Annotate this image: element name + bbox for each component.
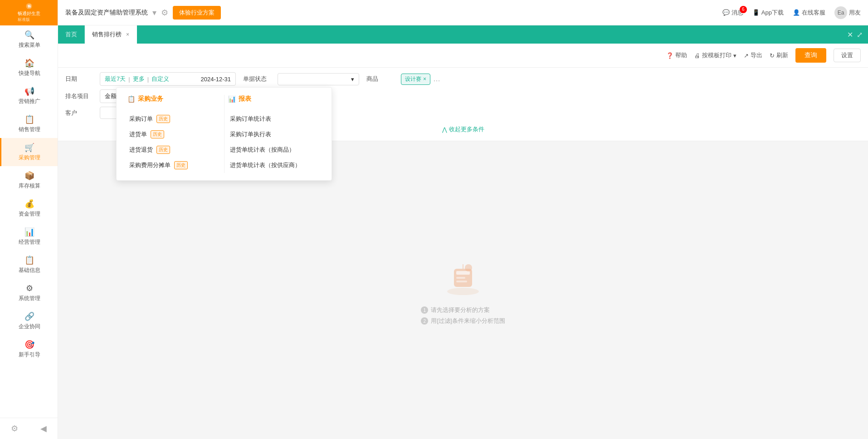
dropdown-item-stock-return[interactable]: 进货退货 历史	[127, 142, 220, 158]
collapse-up-icon: ⋀	[442, 126, 447, 133]
purchase-order-label: 采购订单	[129, 115, 153, 123]
industry-button[interactable]: 体验行业方案	[173, 6, 221, 20]
svg-point-2	[447, 288, 479, 295]
stock-return-label: 进货退货	[129, 146, 153, 154]
print-icon: 🖨	[694, 52, 700, 59]
tab-maximize-button[interactable]: ⤢	[857, 30, 863, 39]
header: 装备及固定资产辅助管理系统 ▾ ⚙ 体验行业方案 💬 消息 6 📱 App下载 …	[58, 0, 868, 25]
dropdown-col-purchase-title: 📋 采购业务	[127, 95, 220, 106]
tab-bar: 首页 销售排行榜 × ✕ ⤢	[58, 25, 868, 44]
rank-filter-label: 排名项目	[65, 92, 93, 100]
help-button[interactable]: ❓ 帮助	[666, 51, 687, 59]
sidebar-item-label: 搜索菜单	[19, 41, 40, 49]
service-icon: 👤	[793, 9, 800, 16]
sidebar-item-inventory[interactable]: 📦 库存核算	[0, 166, 58, 194]
sidebar-item-label: 新手引导	[19, 351, 40, 359]
enterprise-icon: 🔗	[24, 311, 34, 321]
basic-info-icon: 📋	[24, 255, 34, 265]
sidebar-item-guide[interactable]: 🎯 新手引导	[0, 335, 58, 363]
status-filter-label: 单据状态	[243, 75, 270, 83]
sidebar-item-search[interactable]: 🔍 搜索菜单	[0, 25, 58, 54]
empty-illustration	[440, 255, 486, 301]
header-dropdown-button[interactable]: ▾	[152, 8, 156, 18]
header-settings-button[interactable]: ⚙	[161, 8, 168, 18]
sidebar-item-sales[interactable]: 📋 销售管理	[0, 110, 58, 138]
date-filter-input[interactable]: 最近7天 | 更多 | 自定义 2024-12-31	[100, 72, 236, 86]
dropdown-item-stock-in[interactable]: 进货单 历史	[127, 127, 220, 142]
settings-button[interactable]: 设置	[834, 49, 861, 62]
message-icon: 💬	[722, 9, 730, 16]
purchase-order-exec-label: 采购订单执行表	[230, 130, 271, 138]
product-filter-more[interactable]: …	[433, 75, 440, 83]
sidebar-logo: 畅 畅通好生意 标准版	[0, 0, 58, 25]
app-download-button[interactable]: 📱 App下载	[752, 9, 784, 17]
search-icon: 🔍	[24, 30, 34, 40]
sidebar-item-label: 基础信息	[19, 266, 40, 274]
sidebar-item-operations[interactable]: 📊 经营管理	[0, 222, 58, 251]
sidebar-item-label: 资金管理	[19, 210, 40, 218]
tab-close-all-button[interactable]: ✕	[847, 30, 853, 39]
sidebar-item-enterprise[interactable]: 🔗 企业协同	[0, 307, 58, 335]
print-button[interactable]: 🖨 按模板打印 ▾	[694, 51, 736, 59]
empty-tip-2: 2 用[过滤]条件来缩小分析范围	[421, 317, 505, 325]
sidebar-item-basic-info[interactable]: 📋 基础信息	[0, 251, 58, 279]
tab-home-label: 首页	[65, 30, 77, 39]
sidebar-item-label: 经营管理	[19, 238, 40, 246]
status-filter-select[interactable]: ▾	[278, 73, 359, 85]
dropdown-col-reports-title: 📊 报表	[228, 95, 321, 106]
purchase-order-history-badge[interactable]: 历史	[156, 115, 170, 123]
dropdown-item-stock-stats-product[interactable]: 进货单统计表（按商品）	[228, 142, 321, 158]
product-tag: 设计赛 ×	[401, 74, 430, 85]
refresh-button[interactable]: ↻ 刷新	[770, 51, 788, 59]
online-service-button[interactable]: 👤 在线客服	[793, 9, 825, 17]
tab-home[interactable]: 首页	[58, 25, 85, 44]
sidebar-item-label: 快捷导航	[19, 69, 40, 77]
svg-rect-5	[456, 277, 465, 279]
download-icon: 📱	[752, 9, 760, 16]
product-filter: 设计赛 × …	[401, 74, 440, 85]
tab-close-button[interactable]: ×	[126, 31, 129, 38]
empty-state: 1 请先选择要分析的方案 2 用[过滤]条件来缩小分析范围	[58, 141, 868, 439]
sidebar-item-finance[interactable]: 💰 资金管理	[0, 194, 58, 222]
sidebar-item-system[interactable]: ⚙ 系统管理	[0, 279, 58, 307]
sidebar-settings-button[interactable]: ⚙	[11, 424, 18, 434]
print-label: 按模板打印	[702, 51, 731, 59]
finance-icon: 💰	[24, 199, 34, 209]
empty-tip-1: 1 请先选择要分析的方案	[421, 306, 505, 314]
dropdown-item-purchase-expense[interactable]: 采购费用分摊单 历史	[127, 158, 220, 173]
dropdown-item-purchase-order[interactable]: 采购订单 历史	[127, 111, 220, 127]
content-area: ❓ 帮助 🖨 按模板打印 ▾ ↗ 导出 ↻ 刷新 查询 设置 日期	[58, 44, 868, 439]
sales-icon: 📋	[24, 114, 34, 124]
query-button[interactable]: 查询	[795, 48, 826, 63]
purchase-expense-history-badge[interactable]: 历史	[174, 161, 188, 169]
sidebar-collapse-button[interactable]: ◀	[40, 424, 47, 434]
purchase-col-icon: 📋	[127, 95, 135, 103]
svg-rect-4	[456, 271, 470, 275]
sidebar-item-purchase[interactable]: 🛒 采购管理	[0, 138, 58, 166]
stock-return-history-badge[interactable]: 历史	[156, 146, 170, 154]
product-tag-close[interactable]: ×	[423, 76, 426, 82]
collapse-button[interactable]: ⋀ 收起更多条件	[442, 123, 484, 136]
tab-sales-ranking[interactable]: 销售排行榜 ×	[85, 25, 137, 44]
export-icon: ↗	[744, 52, 749, 59]
stock-in-history-badge[interactable]: 历史	[151, 130, 164, 138]
dropdown-item-purchase-order-exec[interactable]: 采购订单执行表	[228, 127, 321, 142]
main-area: 装备及固定资产辅助管理系统 ▾ ⚙ 体验行业方案 💬 消息 6 📱 App下载 …	[58, 0, 868, 439]
messages-button[interactable]: 💬 消息 6	[722, 9, 743, 17]
refresh-label: 刷新	[776, 51, 788, 59]
sidebar-item-label: 营销推广	[19, 98, 40, 105]
header-right: 💬 消息 6 📱 App下载 👤 在线客服 Ea 用友	[722, 6, 861, 19]
product-filter-label: 商品	[366, 75, 394, 83]
operations-icon: 📊	[24, 227, 34, 237]
sidebar-item-marketing[interactable]: 📢 营销推广	[0, 82, 58, 110]
tab-sales-ranking-label: 销售排行榜	[92, 30, 122, 39]
stock-stats-supplier-label: 进货单统计表（按供应商）	[230, 161, 301, 169]
dropdown-item-purchase-order-stats[interactable]: 采购订单统计表	[228, 111, 321, 127]
dropdown-item-stock-stats-supplier[interactable]: 进货单统计表（按供应商）	[228, 158, 321, 173]
sidebar-item-label: 采购管理	[19, 154, 40, 162]
reports-col-icon: 📊	[228, 95, 236, 103]
sidebar-item-quick-nav[interactable]: 🏠 快捷导航	[0, 54, 58, 82]
tab-actions: ✕ ⤢	[842, 30, 868, 39]
user-menu-button[interactable]: Ea 用友	[834, 6, 861, 19]
export-button[interactable]: ↗ 导出	[744, 51, 762, 59]
